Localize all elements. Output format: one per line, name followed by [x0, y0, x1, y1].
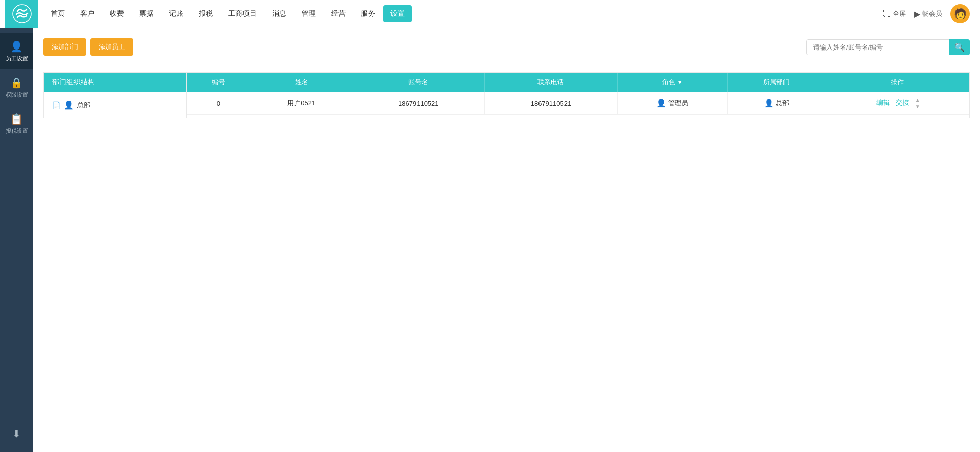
tax-settings-icon: 📋	[10, 113, 23, 125]
main-layout: 👤 员工设置 🔒 权限设置 📋 报税设置 ⬇ 添加部门 添加员工	[0, 28, 980, 452]
nav-tax[interactable]: 报税	[191, 5, 220, 22]
search-area: 🔍	[806, 39, 970, 55]
nav-service[interactable]: 服务	[354, 5, 382, 22]
cell-id: 0	[187, 92, 251, 115]
nav-settings[interactable]: 设置	[383, 5, 412, 22]
org-node-headquarters[interactable]: 📄 👤 总部	[48, 96, 182, 114]
nav-message[interactable]: 消息	[265, 5, 293, 22]
handover-link[interactable]: 交接	[896, 99, 909, 106]
org-panel: 部门组织结构 📄 👤 总部	[44, 73, 187, 118]
split-layout: 部门组织结构 📄 👤 总部 编号 姓名 账号名	[43, 72, 970, 118]
nav-home[interactable]: 首页	[43, 5, 72, 22]
file-icon: 📄	[52, 101, 61, 109]
nav-business[interactable]: 工商项目	[221, 5, 264, 22]
cell-action: 编辑 交接 ▲ ▼	[825, 92, 969, 115]
col-header-name: 姓名	[251, 73, 352, 92]
member-icon: ▶	[914, 9, 920, 19]
fullscreen-label: 全屏	[893, 9, 906, 18]
nav-right-area: ⛶ 全屏 ▶ 畅会员 🧑	[883, 4, 975, 23]
scroll-down-btn[interactable]: ▼	[915, 104, 920, 109]
edit-link[interactable]: 编辑	[876, 99, 890, 106]
top-bar: 添加部门 添加员工 🔍	[43, 38, 970, 64]
add-employee-button[interactable]: 添加员工	[90, 38, 133, 56]
cell-role: 👤 管理员	[617, 92, 727, 115]
search-icon: 🔍	[954, 43, 965, 52]
table-header: 编号 姓名 账号名 联系电话 角色 ▼ 所属部门 操作	[187, 73, 969, 92]
col-header-account: 账号名	[352, 73, 485, 92]
sidebar-label-employee: 员工设置	[6, 55, 28, 62]
avatar[interactable]: 🧑	[950, 4, 970, 23]
org-user-icon: 👤	[64, 100, 74, 110]
fullscreen-button[interactable]: ⛶ 全屏	[883, 9, 906, 18]
col-header-dept: 所属部门	[727, 73, 825, 92]
col-header-id: 编号	[187, 73, 251, 92]
col-header-action: 操作	[825, 73, 969, 92]
col-header-role[interactable]: 角色 ▼	[617, 73, 727, 92]
col-header-phone: 联系电话	[485, 73, 618, 92]
nav-billing[interactable]: 收费	[103, 5, 131, 22]
org-panel-title: 部门组织结构	[44, 73, 186, 92]
nav-accounting[interactable]: 记账	[162, 5, 190, 22]
member-label: 畅会员	[922, 9, 942, 18]
cell-name: 用户0521	[251, 92, 352, 115]
member-button[interactable]: ▶ 畅会员	[914, 9, 942, 19]
sidebar-download-button[interactable]: ⬇	[12, 420, 21, 447]
sidebar-item-employee[interactable]: 👤 员工设置	[0, 33, 33, 69]
nav-operation[interactable]: 经营	[324, 5, 353, 22]
sidebar: 👤 员工设置 🔒 权限设置 📋 报税设置 ⬇	[0, 28, 33, 452]
top-navigation: 首页 客户 收费 票据 记账 报税 工商项目 消息 管理 经营 服务 设置 ⛶ …	[0, 0, 980, 28]
cell-account: 18679110521	[352, 92, 485, 115]
employee-icon: 👤	[10, 40, 23, 53]
nav-invoice[interactable]: 票据	[132, 5, 161, 22]
sidebar-label-tax-settings: 报税设置	[6, 127, 28, 135]
download-icon: ⬇	[12, 427, 21, 440]
search-input[interactable]	[806, 39, 949, 55]
fullscreen-icon: ⛶	[883, 9, 891, 18]
dept-user-icon: 👤	[764, 99, 774, 108]
add-dept-button[interactable]: 添加部门	[43, 38, 86, 56]
lock-icon: 🔒	[10, 77, 23, 89]
sidebar-bottom: ⬇	[12, 420, 21, 452]
logo	[5, 0, 38, 28]
main-content: 添加部门 添加员工 🔍 部门组织结构 📄 👤 总部	[33, 28, 980, 452]
org-tree: 📄 👤 总部	[44, 92, 186, 118]
role-value: 管理员	[668, 99, 688, 108]
role-user-icon: 👤	[656, 99, 666, 108]
nav-menu: 首页 客户 收费 票据 记账 报税 工商项目 消息 管理 经营 服务 设置	[38, 5, 883, 22]
role-filter-icon[interactable]: ▼	[677, 79, 683, 85]
table-panel: 编号 姓名 账号名 联系电话 角色 ▼ 所属部门 操作	[187, 73, 969, 118]
sidebar-item-tax-settings[interactable]: 📋 报税设置	[0, 106, 33, 142]
org-node-label: 总部	[77, 101, 90, 110]
cell-dept: 👤 总部	[727, 92, 825, 115]
table-row: 0 用户0521 18679110521 18679110521 👤 管理员	[187, 92, 969, 115]
employee-table: 编号 姓名 账号名 联系电话 角色 ▼ 所属部门 操作	[187, 73, 969, 115]
sidebar-label-permission: 权限设置	[6, 91, 28, 99]
avatar-icon: 🧑	[954, 8, 967, 20]
nav-management[interactable]: 管理	[295, 5, 323, 22]
sidebar-item-permission[interactable]: 🔒 权限设置	[0, 69, 33, 106]
cell-phone: 18679110521	[485, 92, 618, 115]
search-button[interactable]: 🔍	[949, 39, 970, 55]
action-bar: 添加部门 添加员工	[43, 38, 133, 56]
scroll-up-btn[interactable]: ▲	[915, 97, 920, 103]
dept-value: 总部	[776, 99, 789, 108]
nav-client[interactable]: 客户	[73, 5, 102, 22]
role-label: 角色	[662, 78, 675, 86]
table-body: 0 用户0521 18679110521 18679110521 👤 管理员	[187, 92, 969, 115]
